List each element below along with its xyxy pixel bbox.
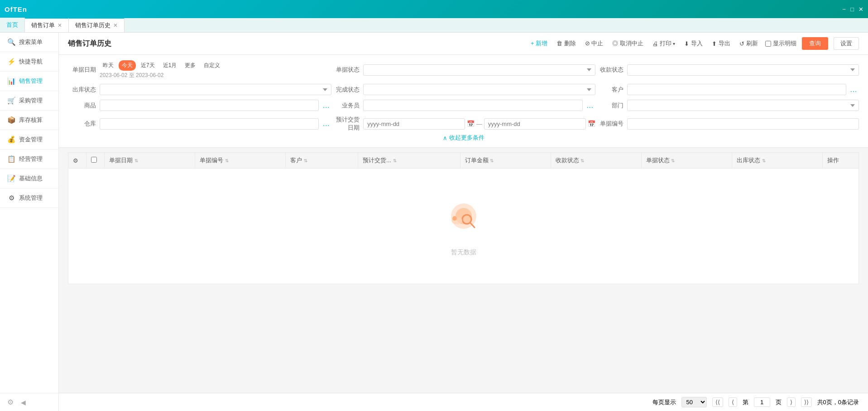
last-page-button[interactable]: ⟩⟩	[801, 397, 812, 407]
sidebar-quicknav-label: 快捷导航	[19, 58, 43, 66]
complete-status-control	[363, 84, 595, 95]
maximize-icon[interactable]: □	[850, 6, 854, 13]
th-order-status[interactable]: 单据状态 ⇅	[641, 153, 732, 169]
page-size-label: 每页显示	[652, 398, 676, 406]
collapse-icon: ∧	[443, 135, 447, 141]
sidebar-item-basics[interactable]: 📝 基础信息	[0, 169, 58, 189]
th-delivery-status[interactable]: 出库状态 ⇅	[732, 153, 822, 169]
sidebar-item-system[interactable]: ⚙ 系统管理	[0, 189, 58, 208]
tab-sales-history[interactable]: 销售订单历史 ✕	[69, 18, 125, 32]
department-select[interactable]	[627, 100, 859, 111]
sidebar-item-inventory[interactable]: 📦 库存核算	[0, 111, 58, 130]
th-customer-label: 客户	[290, 157, 302, 164]
sort-order-status-icon: ⇅	[671, 158, 675, 163]
sidebar-item-purchase[interactable]: 🛒 采购管理	[0, 91, 58, 111]
date-btn-more[interactable]: 更多	[182, 60, 199, 71]
th-checkbox[interactable]	[86, 153, 105, 169]
warehouse-more[interactable]: …	[321, 120, 331, 128]
tab-sales-order[interactable]: 销售订单 ✕	[25, 18, 69, 32]
search-icon: 🔍	[7, 38, 15, 46]
date-separator: —	[476, 121, 482, 127]
tab-sales-history-close[interactable]: ✕	[113, 22, 118, 29]
th-date[interactable]: 单据日期 ⇅	[105, 153, 195, 169]
settings-button[interactable]: 设置	[834, 37, 859, 50]
th-delivery[interactable]: 预计交货... ⇅	[358, 153, 460, 169]
salesman-input[interactable]	[363, 100, 582, 111]
sort-number-icon: ⇅	[225, 158, 229, 163]
new-button[interactable]: + 新增	[529, 39, 549, 48]
th-settings[interactable]: ⚙	[68, 153, 86, 169]
salesman-more[interactable]: …	[585, 102, 595, 110]
order-no-label: 单据编号	[595, 120, 627, 128]
date-btn-yesterday[interactable]: 昨天	[100, 60, 117, 71]
prev-page-button[interactable]: ⟨	[729, 397, 737, 407]
payment-status-select[interactable]	[627, 64, 859, 76]
product-input[interactable]	[100, 100, 319, 111]
empty-row: 暂无数据	[68, 169, 859, 284]
tab-sales-order-close[interactable]: ✕	[58, 22, 62, 29]
date-btn-today[interactable]: 今天	[119, 60, 136, 71]
warehouse-label: 仓库	[68, 120, 100, 128]
order-no-input[interactable]	[627, 118, 859, 130]
date-btn-7days[interactable]: 近7天	[138, 60, 158, 71]
filter-order-status: 单据状态	[331, 60, 595, 79]
th-date-label: 单据日期	[109, 157, 133, 164]
sort-delivery-icon: ⇅	[393, 158, 397, 163]
first-page-button[interactable]: ⟨⟨	[712, 397, 723, 407]
th-number[interactable]: 单据编号 ⇅	[195, 153, 286, 169]
calendar-from-icon[interactable]: 📅	[467, 120, 475, 127]
th-action-label: 操作	[827, 157, 839, 164]
delivery-status-select[interactable]	[100, 84, 331, 95]
select-all-checkbox[interactable]	[91, 157, 97, 163]
print-button[interactable]: 🖨 🖨 打印 打印 ▾	[651, 39, 677, 48]
sidebar-item-quicknav[interactable]: ⚡ 快捷导航	[0, 52, 58, 72]
empty-illustration	[441, 196, 486, 241]
complete-status-select[interactable]	[363, 84, 595, 95]
th-customer[interactable]: 客户 ⇅	[286, 153, 358, 169]
page-input[interactable]	[754, 397, 770, 407]
close-icon[interactable]: ✕	[858, 6, 863, 13]
sidebar-item-search[interactable]: 🔍 搜索菜单	[0, 33, 58, 52]
cancel-stop-button[interactable]: ◎ 取消中止	[610, 39, 645, 48]
delivery-date-from[interactable]	[363, 118, 465, 130]
sidebar-collapse-icon[interactable]: ◀	[21, 399, 26, 406]
settings-icon[interactable]: ⚙	[73, 157, 78, 164]
refresh-button[interactable]: ↺ 刷新	[738, 39, 760, 48]
date-btn-1month[interactable]: 近1月	[160, 60, 180, 71]
display-detail-checkbox[interactable]	[765, 41, 771, 47]
filter-department: 部门	[595, 100, 859, 111]
export-button[interactable]: ⬆ 导出	[710, 39, 732, 48]
stop-button[interactable]: ⊘ 中止	[583, 39, 605, 48]
collapse-button[interactable]: ∧ 收起更多条件	[443, 134, 484, 142]
customer-more[interactable]: …	[848, 86, 859, 94]
th-amount[interactable]: 订单金额 ⇅	[460, 153, 551, 169]
sidebar-item-sales[interactable]: 📊 销售管理	[0, 72, 58, 91]
order-status-select[interactable]	[363, 64, 595, 76]
sidebar-bottom: ⚙ ◀	[0, 393, 58, 411]
warehouse-input[interactable]	[100, 118, 319, 130]
customer-input[interactable]	[627, 84, 846, 95]
import-button[interactable]: ⬇ 导入	[682, 39, 705, 48]
th-delivery-label: 预计交货...	[363, 157, 391, 164]
print-icon: 🖨	[652, 40, 658, 47]
sidebar-item-finance[interactable]: 💰 资金管理	[0, 130, 58, 150]
calendar-to-icon[interactable]: 📅	[588, 120, 595, 127]
product-more[interactable]: …	[321, 102, 331, 110]
date-btn-custom[interactable]: 自定义	[201, 60, 223, 71]
sidebar-item-operations[interactable]: 📋 经营管理	[0, 150, 58, 169]
date-tag-row: 昨天 今天 近7天 近1月 更多 自定义	[100, 60, 223, 71]
sidebar-settings-icon[interactable]: ⚙	[7, 398, 14, 406]
filter-order-no: 单据编号	[595, 116, 859, 132]
delivery-date-to[interactable]	[484, 118, 586, 130]
tab-home[interactable]: 首页	[0, 18, 25, 32]
minimize-icon[interactable]: −	[843, 6, 846, 13]
th-amount-label: 订单金额	[465, 157, 489, 164]
page-size-select[interactable]: 50 20 100	[681, 397, 707, 407]
delivery-date-control: 📅 — 📅	[363, 118, 595, 130]
filter-row-1: 单据日期 昨天 今天 近7天 近1月 更多 自定义 2023-06-02 至 2…	[68, 60, 859, 79]
next-page-button[interactable]: ⟩	[787, 397, 796, 407]
th-payment-status[interactable]: 收款状态 ⇅	[551, 153, 641, 169]
query-button[interactable]: 查询	[802, 37, 828, 50]
filter-salesman: 业务员 …	[331, 100, 595, 111]
delete-button[interactable]: 🗑 删除	[555, 39, 578, 48]
